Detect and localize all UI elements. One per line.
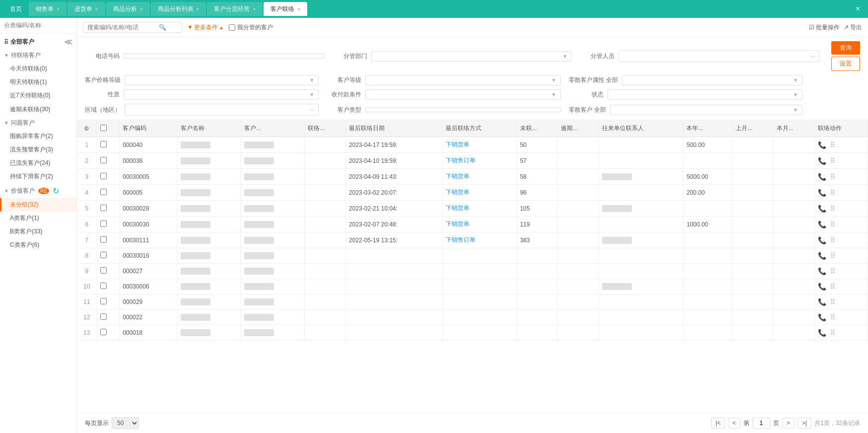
cell-check[interactable] bbox=[97, 216, 120, 232]
tab-customer-tier[interactable]: 客户分层经营 × bbox=[207, 2, 263, 16]
phone-icon[interactable]: 📞 bbox=[818, 157, 826, 165]
cell-check[interactable] bbox=[97, 201, 120, 216]
search-icon[interactable]: 🔍 bbox=[159, 24, 166, 31]
grid-action-icon[interactable]: ⠿ bbox=[830, 267, 835, 275]
sidebar-group-value[interactable]: ▼ 价值客户 RE ↻ bbox=[0, 184, 76, 198]
sidebar-item-churned[interactable]: 已流失客户(24) bbox=[0, 156, 76, 170]
close-customer-contact-tab[interactable]: × bbox=[297, 6, 300, 12]
close-sales-tab[interactable]: × bbox=[57, 6, 60, 12]
last-way-link[interactable]: 下销货单 bbox=[446, 205, 469, 212]
cell-name[interactable] bbox=[177, 325, 241, 341]
select-all-checkbox[interactable] bbox=[100, 125, 107, 131]
cell-name[interactable] bbox=[177, 232, 241, 248]
grid-action-icon[interactable]: ⠿ bbox=[830, 298, 835, 306]
phone-icon[interactable]: 📞 bbox=[818, 267, 826, 275]
grid-action-icon[interactable]: ⠿ bbox=[830, 141, 835, 149]
row-checkbox[interactable] bbox=[100, 283, 107, 289]
cell-check[interactable] bbox=[97, 310, 120, 325]
cell-check[interactable] bbox=[97, 279, 120, 294]
settings-icon[interactable]: ⚙ bbox=[84, 125, 89, 132]
tab-purchase[interactable]: 进货单 × bbox=[67, 2, 105, 16]
all-customers-header[interactable]: ⠿ 全部客户 ≪ bbox=[0, 33, 76, 49]
cell-check[interactable] bbox=[97, 264, 120, 279]
last-way-link[interactable]: 下销售订单 bbox=[446, 157, 475, 164]
cell-last-way[interactable]: 下销货单 bbox=[443, 216, 517, 232]
cell-last-way[interactable] bbox=[443, 279, 517, 294]
cell-name[interactable] bbox=[177, 310, 241, 325]
close-customer-tier-tab[interactable]: × bbox=[253, 6, 256, 12]
page-size-select[interactable]: 50 100 200 bbox=[112, 417, 139, 429]
phone-icon[interactable]: 📞 bbox=[818, 220, 826, 228]
input-price-level[interactable]: ▼ bbox=[125, 75, 319, 85]
sidebar-item-declining[interactable]: 持续下滑客户(2) bbox=[0, 170, 76, 183]
grid-action-icon[interactable]: ⠿ bbox=[830, 220, 835, 228]
input-dept[interactable]: ▼ bbox=[371, 51, 572, 62]
last-way-link[interactable]: 下销货单 bbox=[446, 220, 469, 227]
cell-last-way[interactable]: 下销货单 bbox=[443, 185, 517, 201]
tab-product-list[interactable]: 商品分析列表 × bbox=[151, 2, 206, 16]
cell-last-way[interactable] bbox=[443, 310, 517, 325]
close-product-tab[interactable]: × bbox=[140, 6, 143, 12]
input-manager[interactable]: ··· bbox=[618, 50, 819, 62]
grid-action-icon[interactable]: ⠿ bbox=[830, 313, 835, 321]
cell-last-way[interactable]: 下销货单 bbox=[443, 169, 517, 185]
cell-name[interactable] bbox=[177, 248, 241, 264]
row-checkbox[interactable] bbox=[100, 173, 107, 179]
row-checkbox[interactable] bbox=[100, 313, 107, 320]
query-button[interactable]: 查询 bbox=[831, 41, 860, 55]
cell-check[interactable] bbox=[97, 232, 120, 248]
input-status[interactable]: ▼ bbox=[607, 89, 802, 100]
row-checkbox[interactable] bbox=[100, 220, 107, 227]
input-nature[interactable]: ▼ bbox=[124, 89, 319, 100]
cell-name[interactable] bbox=[177, 185, 241, 201]
cell-check[interactable] bbox=[97, 153, 120, 169]
last-way-link[interactable]: 下销货单 bbox=[446, 141, 469, 148]
grid-action-icon[interactable]: ⠿ bbox=[830, 205, 835, 213]
phone-icon[interactable]: 📞 bbox=[818, 141, 826, 149]
sidebar-item-churn-warning[interactable]: 流失预警客户(3) bbox=[0, 143, 76, 156]
input-retail-attr[interactable]: ▼ bbox=[622, 75, 802, 85]
cell-name[interactable] bbox=[177, 216, 241, 232]
col-settings[interactable]: ⚙ bbox=[77, 120, 97, 137]
row-checkbox[interactable] bbox=[100, 267, 107, 274]
cell-name[interactable] bbox=[177, 279, 241, 294]
input-phone[interactable] bbox=[124, 54, 325, 59]
input-customer-type[interactable] bbox=[365, 107, 560, 112]
cell-last-way[interactable] bbox=[443, 264, 517, 279]
sidebar-item-class-a[interactable]: A类客户(1) bbox=[0, 212, 76, 225]
cell-last-way[interactable]: 下销货单 bbox=[443, 137, 517, 153]
sidebar-item-class-c[interactable]: C类客户(6) bbox=[0, 238, 76, 252]
cell-name[interactable] bbox=[177, 169, 241, 185]
grid-action-icon[interactable]: ⠿ bbox=[830, 236, 835, 244]
search-input[interactable] bbox=[87, 24, 157, 31]
phone-icon[interactable]: 📞 bbox=[818, 283, 826, 290]
next-page-btn[interactable]: > bbox=[782, 418, 795, 429]
page-input[interactable] bbox=[752, 418, 770, 429]
col-checkbox[interactable] bbox=[97, 120, 120, 137]
cell-last-way[interactable]: 下销售订单 bbox=[443, 232, 517, 248]
cell-check[interactable] bbox=[97, 137, 120, 153]
export-btn[interactable]: ↗ 导出 bbox=[844, 23, 862, 32]
my-customers-checkbox-label[interactable]: 我分管的客户 bbox=[229, 23, 273, 32]
cell-check[interactable] bbox=[97, 185, 120, 201]
row-checkbox[interactable] bbox=[100, 141, 107, 147]
reset-button[interactable]: 设置 bbox=[831, 57, 860, 71]
sidebar-group-pending[interactable]: ▼ 待联络客户 bbox=[0, 49, 76, 62]
row-checkbox[interactable] bbox=[100, 205, 107, 211]
sidebar-item-class-b[interactable]: B类客户(33) bbox=[0, 225, 76, 238]
sidebar-search-input[interactable] bbox=[4, 22, 77, 29]
grid-action-icon[interactable]: ⠿ bbox=[830, 252, 835, 260]
row-checkbox[interactable] bbox=[100, 298, 107, 304]
cell-check[interactable] bbox=[97, 248, 120, 264]
sidebar-item-ungroup[interactable]: 未分组(32) bbox=[0, 198, 76, 212]
tab-customer-contact[interactable]: 客户联络 × bbox=[264, 2, 307, 16]
row-checkbox[interactable] bbox=[100, 189, 107, 195]
last-page-btn[interactable]: >| bbox=[798, 418, 811, 429]
sidebar-item-abnormal[interactable]: 囤购异常客户(2) bbox=[0, 130, 76, 143]
phone-icon[interactable]: 📞 bbox=[818, 205, 826, 213]
cell-check[interactable] bbox=[97, 325, 120, 341]
row-checkbox[interactable] bbox=[100, 252, 107, 258]
input-payment[interactable]: ▼ bbox=[365, 89, 560, 100]
grid-action-icon[interactable]: ⠿ bbox=[830, 173, 835, 181]
sidebar-item-overdue-pending[interactable]: 逾期未联络(30) bbox=[0, 103, 76, 116]
